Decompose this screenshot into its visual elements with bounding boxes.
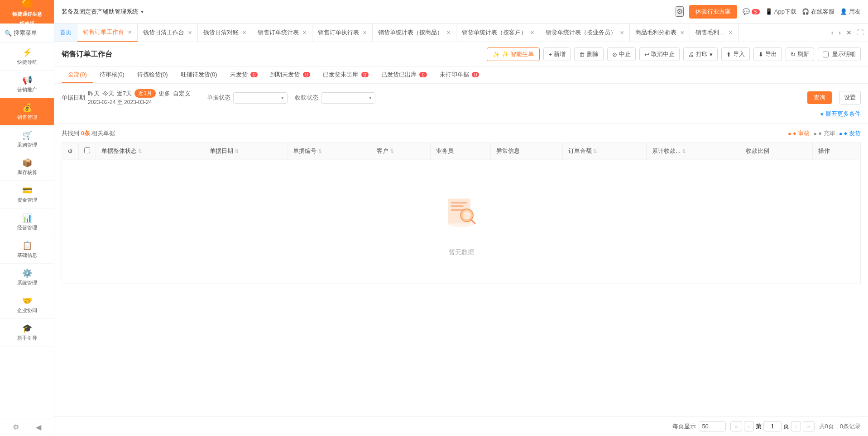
sub-tab-pending-audit[interactable]: 待审核(0) bbox=[93, 67, 131, 83]
sidebar-settings-button[interactable]: ⚙ bbox=[13, 423, 19, 431]
show-detail-checkbox[interactable] bbox=[823, 52, 829, 57]
col-received[interactable]: 累计收款... bbox=[647, 142, 740, 160]
cancel-stop-button[interactable]: ↩ 取消中止 bbox=[639, 47, 680, 61]
sidebar-item-collab[interactable]: 🤝 企业协同 bbox=[0, 291, 54, 319]
quick-cancel-approve-button[interactable]: ● ● 充审 bbox=[813, 129, 835, 137]
tab-close-button[interactable]: ✕ bbox=[188, 30, 192, 36]
last-page-button[interactable]: » bbox=[803, 421, 814, 431]
col-status[interactable]: 单据整体状态 bbox=[96, 142, 204, 160]
tab-sales-summary-staff[interactable]: 销货单统计表（按业务员） ✕ bbox=[540, 24, 630, 42]
show-detail-toggle[interactable]: 显示明细 bbox=[818, 47, 861, 61]
tab-close-button[interactable]: ✕ bbox=[302, 30, 307, 36]
prev-page-button[interactable]: ‹ bbox=[744, 421, 754, 431]
col-number[interactable]: 单据编号 bbox=[288, 142, 371, 160]
tab-close-button[interactable]: ✕ bbox=[363, 30, 367, 36]
tab-close-button[interactable]: ✕ bbox=[680, 30, 684, 36]
tab-cash-reconcile[interactable]: 钱货日清对账 ✕ bbox=[198, 24, 252, 42]
add-button[interactable]: + 新增 bbox=[543, 47, 571, 61]
first-page-button[interactable]: « bbox=[730, 421, 742, 431]
sidebar-collapse-button[interactable]: ◀ bbox=[36, 423, 41, 431]
message-button[interactable]: 💬 5 bbox=[743, 8, 760, 15]
select-all-checkbox[interactable] bbox=[84, 147, 90, 153]
expand-filter-button[interactable]: ▾ 展开更多条件 bbox=[820, 110, 861, 118]
sub-tab-shipped-not-out[interactable]: 已发货未出库 0 bbox=[317, 67, 375, 83]
sub-tab-wangpu-ship[interactable]: 旺铺待发货(0) bbox=[174, 67, 224, 83]
col-date[interactable]: 单据日期 bbox=[204, 142, 288, 160]
col-settings[interactable]: ⚙ bbox=[62, 142, 79, 160]
page-number-input[interactable] bbox=[763, 421, 782, 431]
tab-cash-daily[interactable]: 钱货日清工作台 ✕ bbox=[138, 24, 198, 42]
query-button[interactable]: 查询 bbox=[807, 91, 832, 104]
sub-tab-not-printed[interactable]: 未打印单据 0 bbox=[433, 67, 486, 83]
sidebar-item-sales[interactable]: 💰 销售管理 bbox=[0, 98, 54, 126]
quick-ship-button[interactable]: ● ● 发货 bbox=[839, 129, 861, 137]
date-opt-today[interactable]: 今天 bbox=[102, 90, 114, 98]
smart-generate-button[interactable]: ✨ ✨ 智能生单 bbox=[487, 47, 540, 61]
sidebar-item-basic-info[interactable]: 📋 基础信息 bbox=[0, 236, 54, 264]
tab-sales-summary-product[interactable]: 销货单统计表（按商品） ✕ bbox=[373, 24, 456, 42]
tab-sales-exec[interactable]: 销售订单执行表 ✕ bbox=[312, 24, 373, 42]
tab-sales-summary-customer[interactable]: 销货单统计表（按客户） ✕ bbox=[456, 24, 540, 42]
date-options: 昨天 今天 近7天 近1月 更多 自定义 bbox=[88, 89, 191, 98]
sidebar-item-operations[interactable]: 📊 经营管理 bbox=[0, 209, 54, 236]
tab-label: 商品毛利分析表 bbox=[635, 28, 676, 37]
search-menu-button[interactable]: 🔍 搜索菜单 bbox=[3, 27, 51, 39]
per-page-select[interactable]: 10 20 50 100 bbox=[699, 421, 726, 431]
stop-button[interactable]: ⊘ 中止 bbox=[607, 47, 636, 61]
col-amount[interactable]: 订单金额 bbox=[563, 142, 647, 160]
col-customer[interactable]: 客户 bbox=[371, 142, 431, 160]
user-button[interactable]: 👤 用友 bbox=[840, 8, 861, 16]
topbar-settings-button[interactable]: ⚙ bbox=[676, 6, 684, 17]
status-select[interactable] bbox=[233, 92, 288, 104]
tab-sales-more[interactable]: 销售毛利… ✕ bbox=[690, 24, 739, 42]
date-opt-more[interactable]: 更多 bbox=[158, 90, 170, 98]
delete-button[interactable]: 🗑 删除 bbox=[574, 47, 604, 61]
tab-close-button[interactable]: ✕ bbox=[729, 30, 733, 36]
sub-tab-all[interactable]: 全部(0) bbox=[62, 67, 93, 83]
sidebar-item-purchase[interactable]: 🛒 采购管理 bbox=[0, 126, 54, 153]
tab-close-button[interactable]: ✕ bbox=[242, 30, 246, 36]
tab-gross-profit[interactable]: 商品毛利分析表 ✕ bbox=[630, 24, 690, 42]
industry-solution-button[interactable]: 体验行业方案 bbox=[689, 5, 737, 19]
next-page-button[interactable]: › bbox=[791, 421, 801, 431]
import-button[interactable]: ⬆ 导入 bbox=[721, 47, 750, 61]
tabs-next-button[interactable]: › bbox=[837, 28, 843, 37]
date-opt-7days[interactable]: 近7天 bbox=[117, 90, 132, 98]
tab-label: 销货单统计表（按业务员） bbox=[546, 28, 616, 37]
export-button[interactable]: ⬇ 导出 bbox=[753, 47, 782, 61]
tabs-prev-button[interactable]: ‹ bbox=[830, 28, 835, 37]
sidebar-item-newbie[interactable]: 🎓 新手引导 bbox=[0, 319, 54, 346]
tab-close-button[interactable]: ✕ bbox=[530, 30, 534, 36]
app-download-button[interactable]: 📱 App下载 bbox=[765, 8, 796, 16]
system-title-dropdown[interactable]: ▾ bbox=[141, 9, 144, 15]
date-opt-custom[interactable]: 自定义 bbox=[173, 90, 191, 98]
tabs-fullscreen-button[interactable]: ⛶ bbox=[855, 28, 865, 37]
tab-close-button[interactable]: ✕ bbox=[620, 30, 624, 36]
payment-select[interactable] bbox=[321, 92, 375, 104]
tab-close-button[interactable]: ✕ bbox=[446, 30, 451, 36]
sidebar-item-inventory[interactable]: 📦 库存核算 bbox=[0, 153, 54, 181]
page-title: 销售订单工作台 bbox=[62, 50, 483, 59]
sidebar-item-quick-nav[interactable]: ⚡ 快捷导航 bbox=[0, 43, 54, 71]
date-opt-1month[interactable]: 近1月 bbox=[134, 89, 156, 98]
sidebar-item-marketing[interactable]: 📢 营销推广 bbox=[0, 71, 54, 98]
date-opt-yesterday[interactable]: 昨天 bbox=[88, 90, 100, 98]
online-service-button[interactable]: 🎧 在线客服 bbox=[802, 8, 834, 16]
tab-sales-stats[interactable]: 销售订单统计表 ✕ bbox=[252, 24, 312, 42]
tab-sales-workbench[interactable]: 销售订单工作台 ✕ bbox=[77, 24, 138, 42]
sub-tab-unshipped[interactable]: 未发货 0 bbox=[224, 67, 264, 83]
sub-tab-overdue-unshipped[interactable]: 到期未发货 0 bbox=[264, 67, 317, 83]
col-staff[interactable]: 业务员 bbox=[430, 142, 490, 160]
quick-approve-button[interactable]: ● ● 审核 bbox=[788, 129, 810, 137]
sub-tab-shipped-out[interactable]: 已发货已出库 0 bbox=[375, 67, 433, 83]
tabs-close-all-button[interactable]: ✕ bbox=[844, 28, 854, 37]
tab-close-button[interactable]: ✕ bbox=[128, 29, 132, 35]
print-button[interactable]: 🖨 打印 ▾ bbox=[683, 47, 718, 61]
sidebar-item-system[interactable]: ⚙️ 系统管理 bbox=[0, 264, 54, 291]
tab-home[interactable]: 首页 bbox=[54, 24, 77, 42]
refresh-button[interactable]: ↻ 刷新 bbox=[786, 47, 814, 61]
sub-tab-pending-inspect[interactable]: 待拣验货(0) bbox=[131, 67, 174, 83]
filter-settings-button[interactable]: 设置 bbox=[839, 91, 861, 104]
total-records: 共0页，0条记录 bbox=[819, 422, 861, 431]
sidebar-item-finance[interactable]: 💳 资金管理 bbox=[0, 181, 54, 209]
